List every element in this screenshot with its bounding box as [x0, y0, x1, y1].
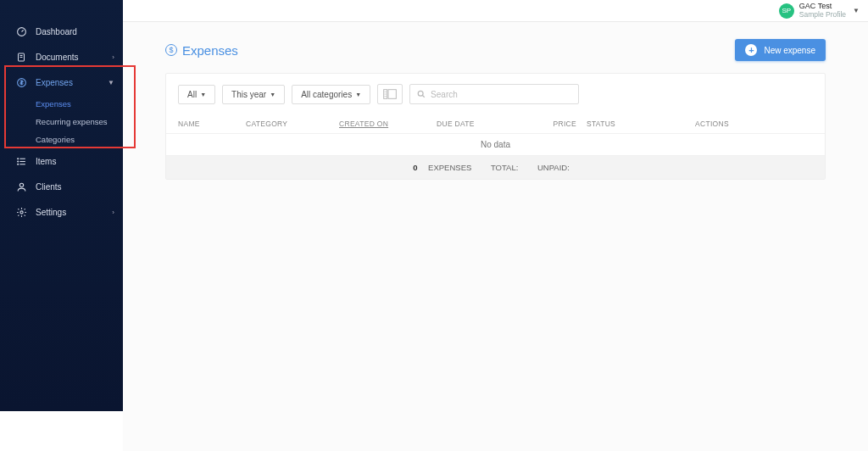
svg-rect-14 [388, 90, 396, 99]
svg-point-12 [19, 210, 22, 213]
svg-point-18 [418, 91, 423, 96]
gauge-icon [15, 25, 27, 37]
filter-category[interactable]: All categories▼ [292, 85, 370, 104]
col-name[interactable]: NAME [178, 120, 246, 128]
svg-point-8 [17, 158, 18, 159]
sidebar-label: Items [36, 157, 56, 166]
col-due-date[interactable]: DUE DATE [437, 120, 551, 128]
caret-down-icon: ▼ [108, 79, 114, 86]
avatar[interactable]: SP [779, 3, 794, 19]
col-category[interactable]: CATEGORY [246, 120, 339, 128]
plus-icon: + [745, 44, 757, 56]
dollar-circle-icon [15, 76, 27, 88]
person-icon [15, 181, 27, 192]
chevron-right-icon: › [112, 53, 114, 61]
svg-point-11 [19, 183, 23, 187]
profile-name: Sample Profile [799, 11, 846, 19]
sidebar-item-dashboard[interactable]: Dashboard [0, 19, 123, 44]
svg-line-19 [422, 95, 425, 97]
table-empty: No data [166, 133, 825, 156]
profile-block[interactable]: GAC Test Sample Profile [799, 3, 846, 19]
sidebar-item-expenses[interactable]: Expenses ▼ [0, 70, 123, 95]
svg-point-9 [17, 160, 18, 161]
document-icon [15, 51, 27, 63]
search-box[interactable] [409, 84, 579, 104]
view-toggle-button[interactable] [377, 84, 403, 104]
col-actions: ACTIONS [644, 120, 813, 128]
topbar: SP GAC Test Sample Profile ▼ [123, 0, 868, 22]
col-status[interactable]: STATUS [576, 120, 644, 128]
new-expense-button[interactable]: + New expense [735, 39, 826, 61]
sidebar-item-documents[interactable]: Documents › [0, 44, 123, 70]
footer-unpaid-label: UNPAID: [537, 163, 570, 172]
table-footer: 0 EXPENSES TOTAL: UNPAID: [166, 156, 825, 179]
sidebar-sub-expenses[interactable]: Expenses [0, 95, 123, 113]
list-icon [15, 155, 27, 167]
caret-down-icon: ▼ [270, 92, 275, 97]
filter-scope[interactable]: All▼ [178, 85, 215, 104]
svg-point-10 [17, 164, 18, 164]
filter-period[interactable]: This year▼ [222, 85, 285, 104]
caret-down-icon: ▼ [200, 92, 206, 97]
sidebar-sub-categories[interactable]: Categories [0, 131, 123, 148]
sidebar-item-settings[interactable]: Settings › [0, 199, 123, 225]
footer-count-label: EXPENSES [428, 163, 471, 172]
filter-bar: All▼ This year▼ All categories▼ [166, 74, 825, 114]
caret-down-icon[interactable]: ▼ [853, 7, 860, 14]
sidebar-label: Settings [36, 208, 66, 217]
search-icon [417, 90, 426, 98]
page-title: $ Expenses [165, 43, 238, 58]
sidebar-label: Documents [36, 53, 79, 62]
footer-count: 0 [413, 163, 417, 172]
main: SP GAC Test Sample Profile ▼ $ Expenses … [123, 0, 868, 451]
dollar-circle-icon: $ [165, 44, 177, 56]
col-created-on[interactable]: CREATED ON [339, 120, 437, 128]
caret-down-icon: ▼ [355, 92, 361, 97]
footer-total-label: TOTAL: [491, 163, 518, 172]
sidebar-sub-recurring[interactable]: Recurring expenses [0, 113, 123, 131]
sidebar-label: Dashboard [36, 27, 77, 36]
sidebar-label: Clients [36, 182, 62, 192]
col-price[interactable]: PRICE [551, 120, 576, 128]
search-input[interactable] [431, 90, 571, 99]
sidebar-item-clients[interactable]: Clients [0, 174, 123, 199]
sidebar: Dashboard Documents › Expenses ▼ Expense… [0, 0, 123, 411]
table-header: NAME CATEGORY CREATED ON DUE DATE PRICE … [166, 114, 825, 133]
sidebar-label: Expenses [36, 78, 73, 87]
expenses-panel: All▼ This year▼ All categories▼ [165, 73, 826, 180]
columns-icon [383, 89, 397, 99]
chevron-right-icon: › [112, 209, 114, 216]
gear-icon [15, 206, 27, 218]
sidebar-item-items[interactable]: Items [0, 148, 123, 174]
